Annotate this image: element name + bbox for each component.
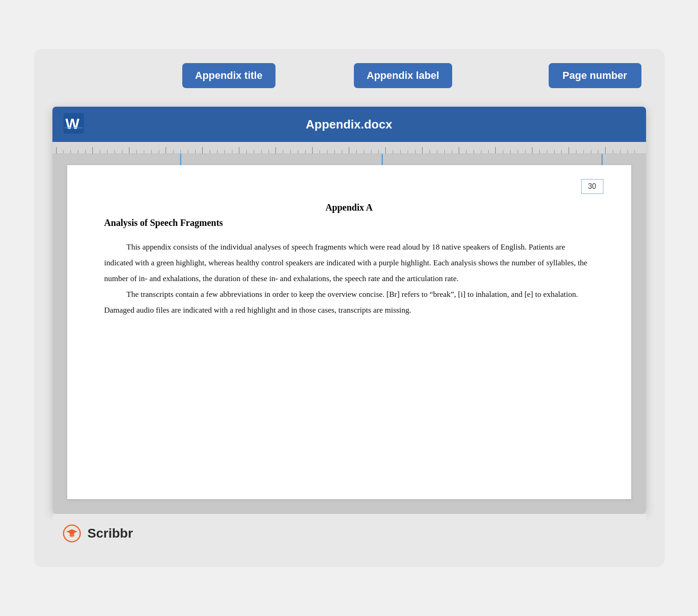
- title-bar: W Appendix.docx: [52, 107, 646, 142]
- ruler: [52, 142, 646, 154]
- doc-page: 30 Appendix A Analysis of Speech Fragmen…: [67, 165, 631, 499]
- footer-bar: Scribbr: [52, 514, 646, 548]
- tooltip-appendix-title: Appendix title: [182, 63, 275, 88]
- paragraph-2: The transcripts contain a few abbreviati…: [104, 287, 594, 318]
- doc-body: 30 Appendix A Analysis of Speech Fragmen…: [52, 154, 646, 514]
- tooltip-appendix-label: Appendix label: [354, 63, 452, 88]
- word-icon: W: [64, 113, 84, 135]
- svg-text:W: W: [65, 116, 80, 132]
- appendix-subtitle: Analysis of Speech Fragments: [104, 218, 594, 228]
- tooltip-row: Appendix title Appendix label Page numbe…: [52, 63, 646, 100]
- tooltip-page-number: Page number: [549, 63, 641, 88]
- svg-rect-2: [64, 127, 83, 128]
- appendix-heading: Appendix A: [104, 202, 594, 213]
- ruler-marks: [52, 142, 646, 154]
- word-filename: Appendix.docx: [93, 117, 605, 132]
- word-window: W Appendix.docx: [52, 107, 646, 514]
- scribbr-logo-icon: [62, 523, 82, 544]
- page-number-box: 30: [581, 179, 603, 194]
- scribbr-brand-text: Scribbr: [88, 526, 133, 541]
- paragraph-1: This appendix consists of the individual…: [104, 239, 594, 287]
- outer-container: Appendix title Appendix label Page numbe…: [34, 49, 665, 567]
